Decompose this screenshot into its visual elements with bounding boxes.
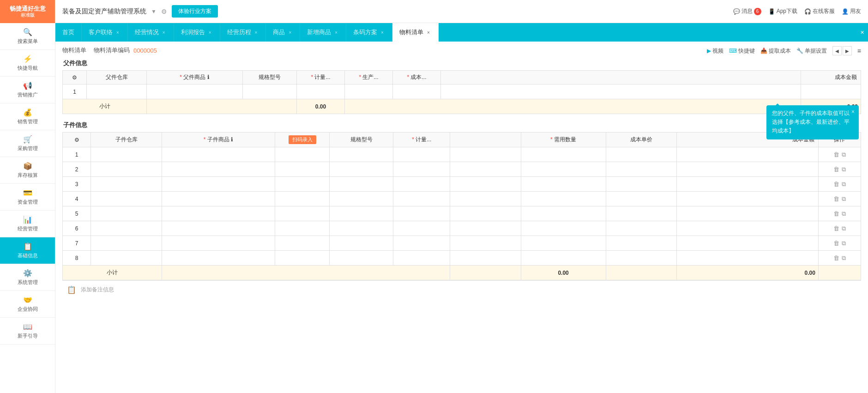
child-row-6-product[interactable]: [162, 221, 275, 236]
nav-prev-btn[interactable]: ◀: [832, 46, 842, 55]
menu-icon[interactable]: ≡: [857, 47, 861, 54]
child-row-7-unit[interactable]: [393, 236, 450, 251]
child-row-6-qty[interactable]: [521, 221, 606, 236]
delete-icon-row-3[interactable]: 🗑: [833, 181, 839, 188]
copy-icon-row-6[interactable]: ⧉: [842, 225, 846, 232]
child-row-2-unit[interactable]: [393, 162, 450, 177]
delete-icon-row-4[interactable]: 🗑: [833, 195, 839, 203]
trial-btn[interactable]: 体验行业方案: [172, 5, 218, 18]
tab-biz-status[interactable]: 经营情况 ×: [128, 23, 174, 42]
child-row-6-unit-price[interactable]: [606, 221, 676, 236]
tab-profit[interactable]: 利润报告 ×: [174, 23, 220, 42]
child-row-8-unit-price[interactable]: [606, 251, 676, 266]
child-row-3-qty[interactable]: [521, 177, 606, 192]
extract-cost-btn[interactable]: 📥 提取成本: [760, 47, 791, 55]
sidebar-item-ops[interactable]: 📊 经营管理: [0, 211, 55, 237]
child-row-7-spec[interactable]: [330, 236, 393, 251]
sidebar-item-guide[interactable]: 📖 新手引导: [0, 318, 55, 345]
copy-icon-row-3[interactable]: ⧉: [842, 181, 846, 188]
sidebar-item-inventory[interactable]: 📦 库存核算: [0, 157, 55, 184]
tab-customer[interactable]: 客户联络 ×: [82, 23, 128, 42]
child-row-4-warehouse[interactable]: [91, 192, 162, 206]
tab-biz-status-close[interactable]: ×: [161, 30, 167, 36]
parent-col-settings[interactable]: ⚙: [63, 71, 87, 85]
tooltip-close-btn[interactable]: ×: [850, 107, 856, 117]
view-btn[interactable]: ▶ 视频: [707, 47, 723, 55]
tab-bom[interactable]: 物料清单 ×: [392, 23, 439, 42]
child-row-1-unit-price[interactable]: [606, 147, 676, 162]
copy-icon-row-1[interactable]: ⧉: [842, 151, 846, 158]
delete-icon-row-1[interactable]: 🗑: [833, 151, 839, 158]
delete-icon-row-5[interactable]: 🗑: [833, 210, 839, 218]
child-row-3-unit[interactable]: [393, 177, 450, 192]
sidebar-item-collab[interactable]: 🤝 企业协同: [0, 291, 55, 318]
child-row-7-qty[interactable]: [521, 236, 606, 251]
tab-new-goods-close[interactable]: ×: [333, 30, 339, 36]
child-row-5-qty[interactable]: [521, 206, 606, 221]
tab-goods-close[interactable]: ×: [287, 30, 293, 36]
tab-biz-history[interactable]: 经营历程 ×: [220, 23, 266, 42]
parent-row-1-warehouse[interactable]: [87, 85, 147, 99]
message-btn[interactable]: 💬 消息 6: [733, 7, 761, 15]
child-row-3-product[interactable]: [162, 177, 275, 192]
child-row-2-spec[interactable]: [330, 162, 393, 177]
child-row-7-unit-price[interactable]: [606, 236, 676, 251]
child-row-5-warehouse[interactable]: [91, 206, 162, 221]
child-row-6-unit[interactable]: [393, 221, 450, 236]
delete-icon-row-7[interactable]: 🗑: [833, 240, 839, 247]
sidebar-item-marketing[interactable]: 📢 营销推广: [0, 77, 55, 103]
copy-icon-row-4[interactable]: ⧉: [842, 195, 846, 203]
child-row-4-qty[interactable]: [521, 192, 606, 206]
child-row-2-product[interactable]: [162, 162, 275, 177]
child-row-5-product[interactable]: [162, 206, 275, 221]
app-download-btn[interactable]: 📱 App下载: [768, 7, 797, 15]
tab-close-all-btn[interactable]: ✕: [856, 23, 868, 42]
online-service-btn[interactable]: 🎧 在线客服: [804, 7, 835, 15]
settings-gear-icon[interactable]: ⚙: [161, 8, 167, 15]
child-row-6-warehouse[interactable]: [91, 221, 162, 236]
copy-icon-row-8[interactable]: ⧉: [842, 254, 846, 262]
child-row-5-spec[interactable]: [330, 206, 393, 221]
tab-bom-close[interactable]: ×: [426, 30, 431, 36]
child-col-settings[interactable]: ⚙: [63, 133, 91, 147]
child-row-1-unit[interactable]: [393, 147, 450, 162]
shortcut-btn[interactable]: ⌨ 快捷键: [729, 47, 755, 55]
child-row-2-warehouse[interactable]: [91, 162, 162, 177]
child-row-7-warehouse[interactable]: [91, 236, 162, 251]
parent-row-1-produce[interactable]: [345, 85, 393, 99]
child-row-2-qty[interactable]: [521, 162, 606, 177]
child-row-4-spec[interactable]: [330, 192, 393, 206]
child-row-3-spec[interactable]: [330, 177, 393, 192]
child-row-5-unit[interactable]: [393, 206, 450, 221]
child-row-5-unit-price[interactable]: [606, 206, 676, 221]
tab-barcode[interactable]: 条码方案 ×: [346, 23, 392, 42]
parent-row-1-spec[interactable]: [243, 85, 297, 99]
child-row-1-spec[interactable]: [330, 147, 393, 162]
copy-icon-row-2[interactable]: ⧉: [842, 166, 846, 173]
sidebar-item-quick-nav[interactable]: ⚡ 快捷导航: [0, 50, 55, 77]
tab-biz-history-close[interactable]: ×: [253, 30, 259, 36]
user-btn[interactable]: 👤 用友: [842, 7, 861, 15]
child-row-4-unit[interactable]: [393, 192, 450, 206]
tab-customer-close[interactable]: ×: [115, 30, 121, 36]
child-row-7-product[interactable]: [162, 236, 275, 251]
tab-profit-close[interactable]: ×: [207, 30, 213, 36]
child-row-8-spec[interactable]: [330, 251, 393, 266]
child-row-8-qty[interactable]: [521, 251, 606, 266]
delete-icon-row-2[interactable]: 🗑: [833, 166, 839, 173]
child-row-1-warehouse[interactable]: [91, 147, 162, 162]
child-row-8-product[interactable]: [162, 251, 275, 266]
tab-new-goods[interactable]: 新增商品 ×: [300, 23, 346, 42]
child-row-3-warehouse[interactable]: [91, 177, 162, 192]
sidebar-item-search[interactable]: 🔍 搜索菜单: [0, 23, 55, 50]
child-row-8-unit[interactable]: [393, 251, 450, 266]
sidebar-item-finance[interactable]: 💳 资金管理: [0, 184, 55, 211]
child-row-4-product[interactable]: [162, 192, 275, 206]
parent-row-1-cost[interactable]: [393, 85, 441, 99]
parent-row-1-product[interactable]: [147, 85, 243, 99]
parent-row-1-unit[interactable]: [297, 85, 345, 99]
sidebar-item-purchase[interactable]: 🛒 采购管理: [0, 130, 55, 157]
nav-next-btn[interactable]: ▶: [843, 46, 852, 55]
sidebar-item-basic[interactable]: 📋 基础信息: [0, 237, 55, 264]
delete-icon-row-8[interactable]: 🗑: [833, 254, 839, 262]
